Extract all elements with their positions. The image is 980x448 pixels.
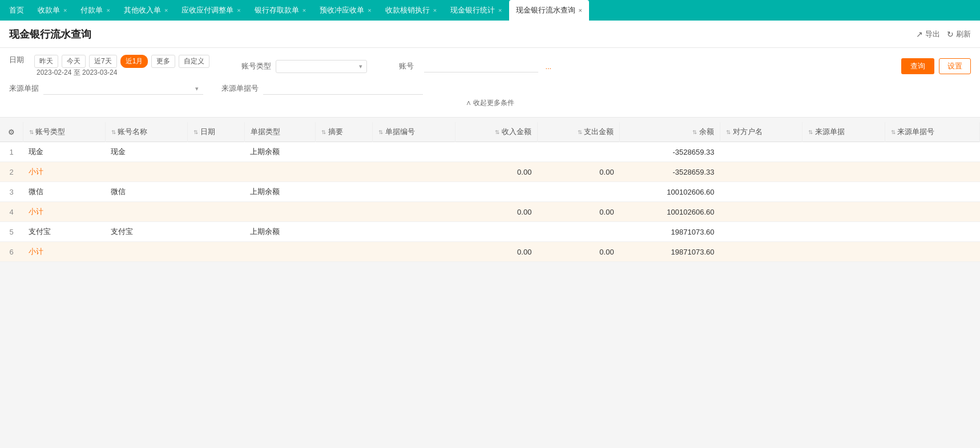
cell-date [188,142,245,162]
nav-cash-bank-flow[interactable]: 现金银行流水查询 × [509,0,589,21]
nav-receipt-exec[interactable]: 收款核销执行 × [378,0,443,21]
cell-income: 0.00 [455,162,537,182]
col-counter-party[interactable]: ⇅ 对方户名 [720,122,802,142]
source-doc-no-group: 来源单据号 [221,82,423,95]
nav-bank-deposit[interactable]: 银行存取款单 × [248,0,313,21]
nav-payment-label: 付款单 [80,0,103,21]
table-row[interactable]: 3微信微信上期余额100102606.60 [0,182,980,202]
cell-counter-party [720,202,802,222]
cell-index: 5 [0,222,23,242]
nav-receipt[interactable]: 收款单 × [31,0,74,21]
col-balance[interactable]: ⇅ 余额 [620,122,720,142]
col-counter-party-label: 对方户名 [733,127,763,136]
nav-bank-deposit-close[interactable]: × [303,0,306,21]
col-source-doc-label: 来源单据 [815,127,845,136]
col-date-label: 日期 [200,127,215,136]
cell-source-doc-no [885,242,979,262]
query-button[interactable]: 查询 [901,58,934,74]
nav-cash-bank-flow-label: 现金银行流水查询 [516,0,575,21]
cell-counter-party [720,182,802,202]
cell-income: 0.00 [455,242,537,262]
settings-button[interactable]: 设置 [939,58,971,74]
cell-index: 6 [0,242,23,262]
nav-home[interactable]: 首页 [2,0,31,21]
nav-receipt-exec-close[interactable]: × [433,0,437,21]
col-account-name[interactable]: ⇅ 账号名称 [105,122,187,142]
date-btn-yesterday[interactable]: 昨天 [34,55,58,68]
nav-cash-bank-stat[interactable]: 现金银行统计 × [443,0,509,21]
page-title: 现金银行流水查询 [9,27,91,41]
nav-ar-ap-adjust[interactable]: 应收应付调整单 × [175,0,247,21]
cell-doc-no [373,202,455,222]
col-date[interactable]: ⇅ 日期 [188,122,245,142]
export-button[interactable]: ↗ 导出 [916,29,940,39]
page-header: 现金银行流水查询 ↗ 导出 ↻ 刷新 [0,21,980,48]
table-row[interactable]: 2小计0.000.00-3528659.33 [0,162,980,182]
nav-receipt-exec-label: 收款核销执行 [385,0,430,21]
cell-expense: 0.00 [537,202,619,222]
nav-prepay-offset[interactable]: 预收冲应收单 × [313,0,378,21]
refresh-button[interactable]: ↻ 刷新 [947,29,971,39]
nav-ar-ap-adjust-close[interactable]: × [237,0,240,21]
col-income[interactable]: ⇅ 收入金额 [455,122,537,142]
table-row[interactable]: 1现金现金上期余额-3528659.33 [0,142,980,162]
cell-summary [316,222,373,242]
nav-other-income-close[interactable]: × [164,0,168,21]
col-balance-sort: ⇅ [692,129,697,135]
col-settings[interactable]: ⚙ [0,122,23,142]
date-btn-1month[interactable]: 近1月 [120,55,148,68]
col-doc-type-label: 单据类型 [251,127,280,136]
nav-payment[interactable]: 付款单 × [74,0,116,21]
col-expense[interactable]: ⇅ 支出金额 [537,122,619,142]
nav-other-income[interactable]: 其他收入单 × [117,0,175,21]
cell-source-doc-no [885,202,979,222]
cell-balance: 19871073.60 [620,222,720,242]
nav-prepay-offset-close[interactable]: × [368,0,371,21]
account-type-select[interactable]: 现金 微信 支付宝 [276,60,367,73]
col-source-doc-no[interactable]: ⇅ 来源单据号 [885,122,979,142]
col-source-doc[interactable]: ⇅ 来源单据 [802,122,885,142]
col-doc-no[interactable]: ⇅ 单据编号 [373,122,455,142]
nav-receipt-close[interactable]: × [63,0,67,21]
cell-date [188,242,245,262]
date-options-group: 昨天 今天 近7天 近1月 更多 自定义 2023-02-24 至 2023-0… [34,55,209,78]
header-actions: ↗ 导出 ↻ 刷新 [916,29,971,39]
source-doc-label: 来源单据 [9,83,39,94]
col-summary-sort: ⇅ [321,129,326,135]
cell-account-name [105,162,187,182]
col-source-doc-sort: ⇅ [808,129,813,135]
cell-doc-type [244,162,315,182]
gear-icon[interactable]: ⚙ [8,128,15,136]
nav-payment-close[interactable]: × [106,0,110,21]
date-btn-more[interactable]: 更多 [151,55,175,68]
cell-summary [316,202,373,222]
col-doc-no-label: 单据编号 [385,127,415,136]
cell-source-doc [802,242,885,262]
cell-counter-party [720,142,802,162]
source-doc-group: 来源单据 [9,82,203,95]
nav-cash-bank-flow-close[interactable]: × [579,0,582,21]
account-more-btn[interactable]: ... [545,62,551,71]
date-btn-7days[interactable]: 近7天 [89,55,117,68]
date-btn-today[interactable]: 今天 [62,55,86,68]
col-summary-label: 摘要 [328,127,343,136]
nav-cash-bank-stat-close[interactable]: × [498,0,502,21]
filter-row-1: 日期 昨天 今天 近7天 近1月 更多 自定义 2023-02-24 至 202… [9,55,971,78]
table-row[interactable]: 5支付宝支付宝上期余额19871073.60 [0,222,980,242]
cell-date [188,202,245,222]
collapse-bar[interactable]: ∧ 收起更多条件 [9,95,971,110]
account-input[interactable] [424,60,538,72]
col-counter-party-sort: ⇅ [726,129,731,135]
table-row[interactable]: 6小计0.000.0019871073.60 [0,242,980,262]
nav-receipt-label: 收款单 [38,0,60,21]
col-summary[interactable]: ⇅ 摘要 [316,122,373,142]
table-row[interactable]: 4小计0.000.00100102606.60 [0,202,980,222]
date-btn-custom[interactable]: 自定义 [179,55,209,68]
source-doc-no-input[interactable] [263,82,423,95]
col-doc-type[interactable]: 单据类型 [244,122,315,142]
cell-balance: -3528659.33 [620,142,720,162]
cell-index: 3 [0,182,23,202]
col-account-type[interactable]: ⇅ 账号类型 [23,122,105,142]
cell-account-type: 微信 [23,182,105,202]
source-doc-select[interactable] [43,82,203,95]
